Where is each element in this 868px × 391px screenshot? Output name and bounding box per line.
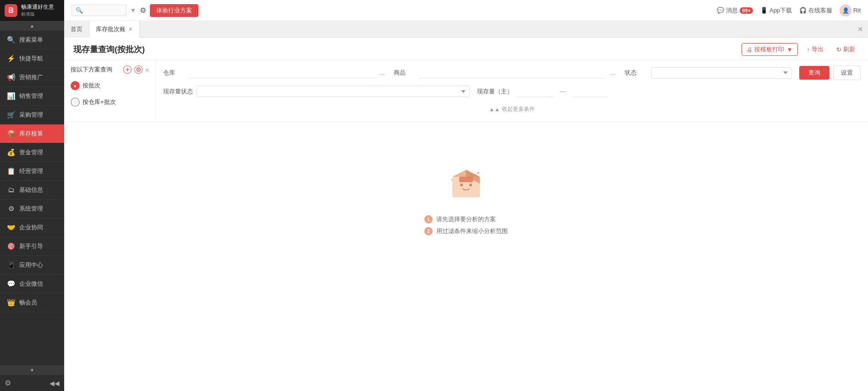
nav-icon-system: ⚙ — [6, 204, 16, 213]
step-2-num: 2 — [424, 227, 433, 235]
filter-row-2: 现存量状态 全部 有库存 无库存 现存量（主） — — [163, 86, 861, 97]
collapse-sidebar-icon[interactable]: « — [145, 66, 149, 73]
filter-sidebar-header: 按以下方案查询 + ⚙ « — [64, 65, 155, 77]
sidebar-item-marketing[interactable]: 📢 营销推广 — [0, 68, 64, 87]
nav-icon-wechat: 💬 — [6, 279, 16, 288]
nav-label-system: 系统管理 — [19, 205, 43, 213]
user-name: Rit — [853, 7, 861, 14]
svg-text:★: ★ — [476, 170, 480, 175]
search-box[interactable]: 🔍 — [71, 5, 126, 16]
topbar-settings-icon[interactable]: ⚙ — [140, 6, 146, 15]
print-dropdown-icon[interactable]: ▼ — [787, 46, 793, 53]
refresh-btn[interactable]: ↻ 刷新 — [833, 43, 859, 55]
headset-icon: 🎧 — [799, 7, 807, 14]
nav-icon-marketing: 📢 — [6, 73, 16, 82]
tab-bar-close-icon[interactable]: ✕ — [857, 25, 863, 33]
nav-label-member: 畅会员 — [19, 299, 37, 307]
experience-btn[interactable]: 体验行业方案 — [150, 4, 198, 17]
settings-button[interactable]: 设置 — [833, 65, 861, 80]
sidebar-item-inventory[interactable]: 📦 库存核算 — [0, 125, 64, 143]
sidebar-item-system[interactable]: ⚙ 系统管理 — [0, 200, 64, 218]
scheme-batch-label: 按批次 — [82, 81, 100, 90]
query-button[interactable]: 查询 — [799, 66, 830, 80]
warehouse-label: 仓库 — [163, 69, 186, 77]
product-input[interactable] — [420, 67, 605, 78]
sidebar-item-sales[interactable]: 📊 销售管理 — [0, 87, 64, 106]
sidebar-item-app-center[interactable]: 📱 应用中心 — [0, 256, 64, 275]
svg-text:✦: ✦ — [479, 179, 482, 182]
sidebar-item-purchase[interactable]: 🛒 采购管理 — [0, 106, 64, 125]
page-header: 现存量查询(按批次) 🖨 按模板打印 ▼ ↑ 导出 ↻ 刷新 — [64, 38, 868, 60]
nav-icon-search: 🔍 — [6, 35, 16, 44]
scheme-settings-icon[interactable]: ⚙ — [134, 65, 143, 74]
main-area: 🔍 ▼ ⚙ 体验行业方案 💬 消息 99+ 📱 App下载 🎧 在线客服 👤 — [64, 0, 868, 391]
step-2-text: 用过滤条件来缩小分析范围 — [436, 227, 508, 235]
export-btn[interactable]: ↑ 导出 — [803, 43, 828, 55]
product-field: 商品 ... — [394, 67, 617, 78]
tab-inventory-batch-label: 库存批次账 — [96, 25, 126, 33]
export-icon: ↑ — [807, 46, 810, 53]
sidebar-item-finance[interactable]: 💰 资金管理 — [0, 143, 64, 162]
sidebar-item-operations[interactable]: 📋 经营管理 — [0, 162, 64, 181]
nav-label-basic: 基础信息 — [19, 186, 43, 194]
nav-label-marketing: 营销推广 — [19, 73, 43, 81]
refresh-label: 刷新 — [843, 45, 855, 54]
filter-sidebar-actions: + ⚙ « — [123, 65, 149, 74]
empty-step-2: 2 用过滤条件来缩小分析范围 — [424, 227, 508, 235]
app-subtitle: 标准版 — [21, 11, 54, 17]
sidebar-settings-icon[interactable]: ⚙ — [5, 379, 11, 387]
stock-main-from-input[interactable] — [516, 86, 553, 97]
sidebar-item-wechat[interactable]: 💬 企业微信 — [0, 275, 64, 293]
nav-label-inventory: 库存核算 — [19, 130, 43, 138]
online-service-btn[interactable]: 🎧 在线客服 — [799, 6, 832, 15]
warehouse-input[interactable] — [190, 67, 375, 78]
status-select[interactable]: 全部 正常 停用 — [651, 67, 792, 79]
collapse-up-icon: ▲▲ — [489, 106, 500, 113]
app-download-btn[interactable]: 📱 App下载 — [760, 6, 792, 15]
sidebar-item-quick-nav[interactable]: ⚡ 快捷导航 — [0, 49, 64, 68]
nav-label-quick-nav: 快捷导航 — [19, 54, 43, 63]
tab-close-icon[interactable]: ✕ — [128, 26, 133, 33]
tab-inventory-batch[interactable]: 库存批次账 ✕ — [89, 21, 140, 38]
stock-main-separator: — — [557, 88, 568, 95]
stock-main-label: 现存量（主） — [477, 87, 513, 96]
nav-icon-sales: 📊 — [6, 92, 16, 101]
sidebar-item-search[interactable]: 🔍 搜索菜单 — [0, 31, 64, 49]
scheme-by-warehouse-batch[interactable]: ○ 按仓库+批次 — [64, 94, 155, 110]
nav-icon-inventory: 📦 — [6, 129, 16, 138]
filter-row-1: 仓库 ... 商品 ... 状态 — [163, 65, 861, 80]
collapse-more-btn[interactable]: ▲▲ 收起更多条件 — [163, 103, 861, 116]
add-scheme-icon[interactable]: + — [123, 65, 132, 74]
messages-btn[interactable]: 💬 消息 99+ — [717, 6, 753, 15]
nav-icon-newbie: 🎯 — [6, 242, 16, 251]
stock-status-label: 现存量状态 — [163, 87, 193, 96]
print-icon: 🖨 — [747, 46, 753, 53]
sidebar-item-newbie[interactable]: 🎯 新手引导 — [0, 237, 64, 256]
stock-status-field: 现存量状态 全部 有库存 无库存 — [163, 86, 470, 97]
sidebar-collapse-icon[interactable]: ◀◀ — [49, 380, 60, 387]
sidebar-item-member[interactable]: 👑 畅会员 — [0, 293, 64, 312]
nav-icon-purchase: 🛒 — [6, 110, 16, 119]
tab-home[interactable]: 首页 — [64, 21, 89, 38]
user-avatar-btn[interactable]: 👤 Rit — [840, 5, 861, 16]
sidebar-scroll-down[interactable]: ▼ — [0, 365, 64, 375]
stock-main-to-input[interactable] — [572, 86, 609, 97]
filter-area: 按以下方案查询 + ⚙ « ● 按批次 ○ 按仓库+批次 — [64, 60, 868, 121]
stock-status-select[interactable]: 全部 有库存 无库存 — [197, 86, 470, 97]
scheme-by-batch[interactable]: ● 按批次 — [64, 77, 155, 94]
warehouse-more-btn[interactable]: ... — [379, 69, 386, 76]
product-more-btn[interactable]: ... — [609, 69, 617, 76]
sidebar-item-basic[interactable]: 🗂 基础信息 — [0, 181, 64, 200]
scheme-batch-icon: ● — [71, 81, 80, 90]
empty-step-1: 1 请先选择要分析的方案 — [424, 215, 508, 223]
print-btn[interactable]: 🖨 按模板打印 ▼ — [742, 43, 798, 56]
topbar-chevron-icon[interactable]: ▼ — [130, 7, 136, 14]
empty-state: ★ ✦ ✦ 1 请先选择要分析的方案 2 用过滤条件来缩小分析范围 — [64, 122, 868, 272]
sidebar-item-enterprise[interactable]: 🤝 企业协同 — [0, 218, 64, 237]
print-label: 按模板打印 — [754, 45, 784, 54]
topbar: 🔍 ▼ ⚙ 体验行业方案 💬 消息 99+ 📱 App下载 🎧 在线客服 👤 — [64, 0, 868, 21]
filter-sidebar: 按以下方案查询 + ⚙ « ● 按批次 ○ 按仓库+批次 — [64, 60, 156, 121]
sidebar-header: B 畅康通好生意 标准版 — [0, 0, 64, 22]
sidebar: B 畅康通好生意 标准版 ▲ 🔍 搜索菜单 ⚡ 快捷导航 📢 营销推广 📊 销售… — [0, 0, 64, 391]
sidebar-scroll-up[interactable]: ▲ — [0, 22, 64, 31]
